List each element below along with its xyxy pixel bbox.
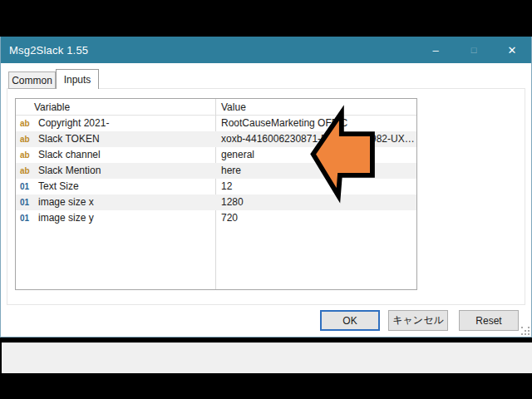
header-variable: Variable <box>16 99 215 116</box>
tab-inputs[interactable]: Inputs <box>56 69 99 89</box>
window-title: Msg2Slack 1.55 <box>1 44 88 57</box>
string-param-icon: ab <box>20 163 33 179</box>
integer-param-icon: 01 <box>20 210 33 226</box>
resize-grip[interactable] <box>521 327 530 336</box>
table-row[interactable]: 01 image size y 720 <box>16 210 416 226</box>
integer-param-icon: 01 <box>20 179 33 195</box>
variable-name: Slack Mention <box>38 163 101 179</box>
reset-button[interactable]: Reset <box>459 310 519 331</box>
integer-param-icon: 01 <box>20 195 33 210</box>
video-frame: Msg2Slack 1.55 – □ ✕ Common Inputs Varia… <box>0 0 532 399</box>
variable-name: Slack channel <box>38 147 101 163</box>
string-param-icon: ab <box>20 147 33 163</box>
string-param-icon: ab <box>20 116 33 131</box>
variable-value[interactable]: 720 <box>215 210 416 226</box>
variable-name: Copyright 2021- <box>38 116 109 131</box>
variable-name: image size y <box>38 210 94 226</box>
caption-buttons: – □ ✕ <box>416 37 531 63</box>
orange-arrow-cursor <box>295 102 378 204</box>
variable-name: Slack TOKEN <box>38 131 100 147</box>
title-bar[interactable]: Msg2Slack 1.55 – □ ✕ <box>1 37 531 63</box>
tab-common[interactable]: Common <box>8 71 56 89</box>
string-param-icon: ab <box>20 131 33 147</box>
variable-name: image size x <box>38 195 94 210</box>
maximize-icon[interactable]: □ <box>455 37 493 63</box>
minimize-icon[interactable]: – <box>416 37 455 63</box>
ok-button[interactable]: OK <box>320 310 380 331</box>
variable-name: Text Size <box>38 179 79 195</box>
cancel-button[interactable]: キャンセル <box>388 310 448 331</box>
close-icon[interactable]: ✕ <box>493 37 531 63</box>
bottom-button-strip <box>2 342 532 373</box>
